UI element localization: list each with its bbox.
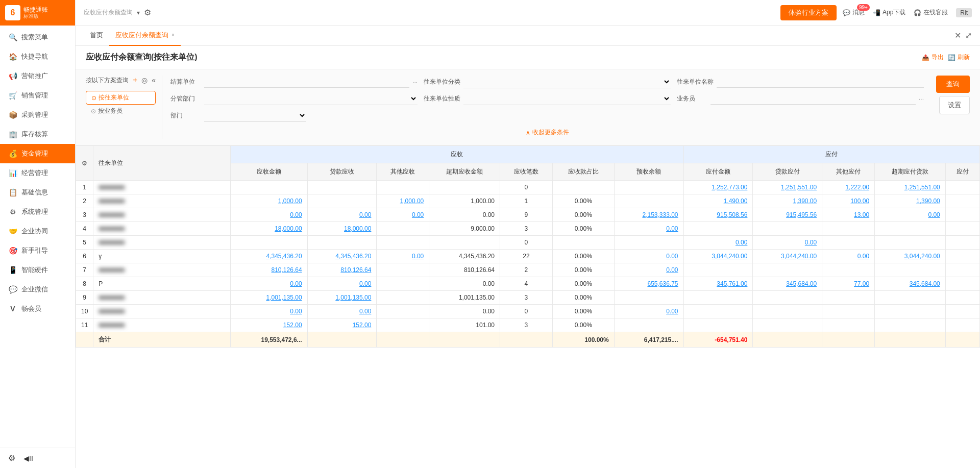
sidebar-item-purchase[interactable]: 📦 采购管理 <box>0 105 75 125</box>
user-menu-button[interactable]: Rit <box>956 8 972 17</box>
message-button[interactable]: 💬 消息 99+ <box>843 8 865 17</box>
cell-link[interactable]: 1,222.00 <box>845 184 869 191</box>
refresh-button[interactable]: 🔄 刷新 <box>948 53 970 62</box>
sidebar-item-inventory[interactable]: 🏢 库存核算 <box>0 125 75 144</box>
filter-scheme-by-staff[interactable]: ⊙ 按业务员 <box>86 105 156 117</box>
cell-link[interactable]: 0.00 <box>736 239 747 246</box>
cell-link[interactable]: 0.00 <box>666 266 678 274</box>
cell-link[interactable]: 0.00 <box>359 211 371 218</box>
sidebar-item-wechat[interactable]: 💬 企业微信 <box>0 280 75 299</box>
salesperson-input[interactable] <box>710 93 916 105</box>
cell-link[interactable]: 2,153,333.00 <box>642 211 678 218</box>
sidebar-item-vip[interactable]: V 畅会员 <box>0 299 75 318</box>
tab-close-window-icon[interactable]: ✕ <box>954 31 961 40</box>
partner-nature-select[interactable] <box>463 92 671 105</box>
sidebar-item-operations[interactable]: 📊 经营管理 <box>0 163 75 183</box>
cell-link[interactable]: 0.00 <box>666 253 678 260</box>
cell-link[interactable]: 0.00 <box>805 239 817 246</box>
cell-link[interactable]: 0.00 <box>412 253 424 260</box>
promo-button[interactable]: 体验行业方案 <box>780 5 837 20</box>
cell-link[interactable]: 3,044,240.00 <box>781 253 817 260</box>
cell-link[interactable]: 1,252,773.00 <box>712 184 747 191</box>
filter-collapse-icon[interactable]: « <box>152 76 156 84</box>
cell-link[interactable]: 0.00 <box>666 308 678 315</box>
settings-button[interactable]: 设置 <box>939 96 970 114</box>
scheme-icon-alt: ⊙ <box>91 108 96 115</box>
cell-link[interactable]: 152.00 <box>283 322 302 329</box>
filter-collapse-more[interactable]: ∧ 收起更多条件 <box>170 126 924 139</box>
table-settings-icon[interactable]: ⚙ <box>82 160 87 167</box>
cell-link[interactable]: 1,000.00 <box>400 198 424 205</box>
sidebar-item-search-menu[interactable]: 🔍 搜索菜单 <box>0 28 75 47</box>
cell-link[interactable]: 1,490.00 <box>724 198 748 205</box>
col-settings-header[interactable]: ⚙ <box>76 146 93 181</box>
cell-link[interactable]: 1,251,551.00 <box>904 184 940 191</box>
filter-scheme-by-partner[interactable]: ⊙ 按往来单位 <box>86 91 156 105</box>
cell-link[interactable]: 915,508.56 <box>717 211 747 218</box>
cell-link[interactable]: 345,684.00 <box>910 280 940 287</box>
operations-icon: 📊 <box>8 169 17 177</box>
dept-select[interactable] <box>204 92 418 105</box>
sidebar-item-hardware[interactable]: 📱 智能硬件 <box>0 260 75 280</box>
cell-link[interactable]: 0.00 <box>290 211 302 218</box>
cell-link[interactable]: 0.00 <box>857 253 869 260</box>
filter-settings-icon[interactable]: ◎ <box>141 76 148 84</box>
header-gear-icon[interactable]: ⚙ <box>144 8 151 17</box>
partner-category-select[interactable] <box>463 76 671 88</box>
department-select[interactable] <box>204 109 306 122</box>
tab-home[interactable]: 首页 <box>84 26 109 46</box>
cell-link[interactable]: 655,636.75 <box>647 280 678 287</box>
cell-link[interactable]: 810,126.64 <box>272 266 302 274</box>
cell-link[interactable]: 100.00 <box>850 198 869 205</box>
tab-arap[interactable]: 应收应付余额查询 × <box>109 26 181 46</box>
cell-link[interactable]: 1,390.00 <box>793 198 817 205</box>
cell-link[interactable]: 3,044,240.00 <box>712 253 747 260</box>
cell-link[interactable]: 13.00 <box>854 211 869 218</box>
sidebar-item-system[interactable]: ⚙ 系统管理 <box>0 202 75 221</box>
cell-link[interactable]: 1,000.00 <box>278 198 302 205</box>
cell-link[interactable]: 18,000.00 <box>344 225 371 232</box>
app-download-button[interactable]: 📲 App下载 <box>873 8 905 17</box>
settlement-dots[interactable]: ··· <box>412 79 418 86</box>
online-service-button[interactable]: 🎧 在线客服 <box>914 8 948 17</box>
sidebar-item-marketing[interactable]: 📢 营销推广 <box>0 66 75 86</box>
tab-expand-icon[interactable]: ⤢ <box>965 31 972 40</box>
query-button[interactable]: 查询 <box>936 76 970 93</box>
cell-link[interactable]: 345,684.00 <box>786 280 817 287</box>
cell-link[interactable]: 152.00 <box>353 322 372 329</box>
cell-link[interactable]: 810,126.64 <box>340 266 371 274</box>
cell-link[interactable]: 0.00 <box>412 211 424 218</box>
sidebar-item-enterprise[interactable]: 🤝 企业协同 <box>0 221 75 241</box>
cell-link[interactable]: 915,495.56 <box>786 211 817 218</box>
cell-link[interactable]: 0.00 <box>666 225 678 232</box>
salesperson-dots[interactable]: ··· <box>919 95 924 103</box>
cell-link[interactable]: 4,345,436.20 <box>266 253 302 260</box>
sidebar-item-funds[interactable]: 💰 资金管理 <box>0 144 75 163</box>
cell-link[interactable]: 0.00 <box>359 280 371 287</box>
sidebar-item-quick-nav[interactable]: 🏠 快捷导航 <box>0 47 75 66</box>
tab-close-icon[interactable]: × <box>172 32 175 38</box>
cell-link[interactable]: 3,044,240.00 <box>904 253 940 260</box>
cell-link[interactable]: 1,251,551.00 <box>781 184 817 191</box>
cell-link[interactable]: 1,001,135.00 <box>266 294 302 301</box>
sidebar-item-sales[interactable]: 🛒 销售管理 <box>0 86 75 105</box>
export-button[interactable]: 📤 导出 <box>922 53 944 62</box>
cell-link[interactable]: 77.00 <box>854 280 869 287</box>
collapse-sidebar-icon[interactable]: ◀II <box>23 454 33 462</box>
cell-link[interactable]: 0.00 <box>359 308 371 315</box>
cell-link[interactable]: 1,390.00 <box>916 198 940 205</box>
settlement-input[interactable] <box>204 76 409 88</box>
dropdown-arrow-icon[interactable]: ▾ <box>137 9 140 16</box>
partner-name-input[interactable] <box>717 76 924 88</box>
cell-link[interactable]: 0.00 <box>290 308 302 315</box>
cell-link[interactable]: 0.00 <box>290 280 302 287</box>
cell-link[interactable]: 345,761.00 <box>717 280 747 287</box>
sidebar-item-basic-info[interactable]: 📋 基础信息 <box>0 183 75 202</box>
cell-link[interactable]: 0.00 <box>928 211 940 218</box>
cell-link[interactable]: 1,001,135.00 <box>335 294 371 301</box>
filter-add-icon[interactable]: + <box>133 76 137 85</box>
cell-link[interactable]: 4,345,436.20 <box>335 253 371 260</box>
sidebar-item-guide[interactable]: 🎯 新手引导 <box>0 241 75 260</box>
cell-link[interactable]: 18,000.00 <box>275 225 302 232</box>
settings-icon[interactable]: ⚙ <box>8 453 15 463</box>
